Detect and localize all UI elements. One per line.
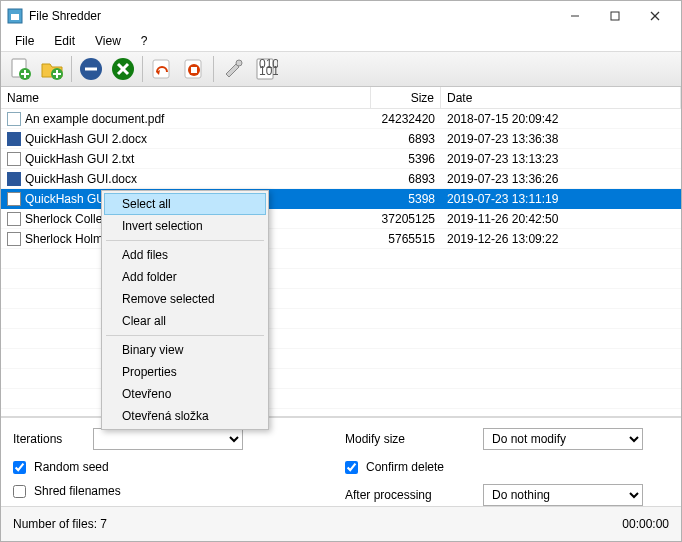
cell-date: 2019-07-23 13:13:23 xyxy=(441,152,681,166)
file-name: QuickHash GUI 2.docx xyxy=(25,132,147,146)
iterations-select[interactable] xyxy=(93,428,243,450)
menubar: File Edit View ? xyxy=(1,31,681,51)
menu-view[interactable]: View xyxy=(87,32,129,50)
cell-name: QuickHash GUI 2.txt xyxy=(1,152,371,166)
modify-size-row: Modify size Do not modify xyxy=(345,428,669,450)
cell-date: 2019-07-23 13:11:19 xyxy=(441,192,681,206)
file-icon xyxy=(7,212,21,226)
iterations-label: Iterations xyxy=(13,432,85,446)
svg-rect-1 xyxy=(11,14,19,20)
svg-rect-3 xyxy=(611,12,619,20)
cm-separator xyxy=(106,240,264,241)
cm-remove-selected[interactable]: Remove selected xyxy=(104,288,266,310)
status-time: 00:00:00 xyxy=(549,517,669,531)
file-icon xyxy=(7,112,21,126)
toolbar-separator xyxy=(142,56,143,82)
file-icon xyxy=(7,132,21,146)
file-list[interactable]: Name Size Date An example document.pdf24… xyxy=(1,87,681,417)
confirm-delete-label: Confirm delete xyxy=(366,460,444,474)
table-row[interactable]: QuickHash GUI.docx68932019-07-23 13:36:2… xyxy=(1,169,681,189)
cell-date: 2019-11-26 20:42:50 xyxy=(441,212,681,226)
cm-separator xyxy=(106,335,264,336)
menu-file[interactable]: File xyxy=(7,32,42,50)
toolbar-settings-button[interactable] xyxy=(218,54,248,84)
menu-help[interactable]: ? xyxy=(133,32,156,50)
cm-properties[interactable]: Properties xyxy=(104,361,266,383)
file-icon xyxy=(7,172,21,186)
toolbar-remove-button[interactable] xyxy=(76,54,106,84)
toolbar-add-folder-button[interactable] xyxy=(37,54,67,84)
cell-size: 6893 xyxy=(371,132,441,146)
toolbar: 010101 xyxy=(1,51,681,87)
after-processing-row: After processing Do nothing xyxy=(345,484,669,506)
panel-left: Iterations Random seed Shred filenames xyxy=(13,426,337,498)
cell-size: 37205125 xyxy=(371,212,441,226)
toolbar-clear-button[interactable] xyxy=(108,54,138,84)
window-title: File Shredder xyxy=(29,9,555,23)
maximize-button[interactable] xyxy=(595,2,635,30)
list-header: Name Size Date xyxy=(1,87,681,109)
after-processing-label: After processing xyxy=(345,488,475,502)
toolbar-binary-button[interactable]: 010101 xyxy=(250,54,280,84)
cell-size: 5765515 xyxy=(371,232,441,246)
options-panel: Iterations Random seed Shred filenames M… xyxy=(1,417,681,507)
file-icon xyxy=(7,232,21,246)
status-file-count: Number of files: 7 xyxy=(13,517,549,531)
iterations-row: Iterations xyxy=(13,428,337,450)
shred-filenames-checkbox[interactable] xyxy=(13,485,26,498)
toolbar-separator xyxy=(213,56,214,82)
cell-date: 2019-12-26 13:09:22 xyxy=(441,232,681,246)
table-row[interactable]: QuickHash GUI 2.docx68932019-07-23 13:36… xyxy=(1,129,681,149)
close-button[interactable] xyxy=(635,2,675,30)
panel-right: Modify size Do not modify Confirm delete… xyxy=(345,426,669,498)
shred-filenames-row: Shred filenames xyxy=(13,484,337,498)
cell-date: 2019-07-23 13:36:26 xyxy=(441,172,681,186)
toolbar-separator xyxy=(71,56,72,82)
file-icon xyxy=(7,192,21,206)
cell-size: 6893 xyxy=(371,172,441,186)
table-row[interactable]: QuickHash GUI 2.txt53962019-07-23 13:13:… xyxy=(1,149,681,169)
statusbar: Number of files: 7 00:00:00 xyxy=(1,507,681,541)
column-date[interactable]: Date xyxy=(441,87,681,108)
random-seed-label: Random seed xyxy=(34,460,109,474)
menu-edit[interactable]: Edit xyxy=(46,32,83,50)
cm-binary-view[interactable]: Binary view xyxy=(104,339,266,361)
svg-point-23 xyxy=(236,60,242,66)
modify-size-label: Modify size xyxy=(345,432,475,446)
toolbar-add-file-button[interactable] xyxy=(5,54,35,84)
cm-add-folder[interactable]: Add folder xyxy=(104,266,266,288)
minimize-button[interactable] xyxy=(555,2,595,30)
file-name: QuickHash GUI.docx xyxy=(25,172,137,186)
column-name[interactable]: Name xyxy=(1,87,371,108)
confirm-delete-checkbox[interactable] xyxy=(345,461,358,474)
svg-text:101: 101 xyxy=(259,64,278,78)
column-size[interactable]: Size xyxy=(371,87,441,108)
titlebar: File Shredder xyxy=(1,1,681,31)
context-menu: Select all Invert selection Add files Ad… xyxy=(101,190,269,430)
shred-filenames-label: Shred filenames xyxy=(34,484,121,498)
cm-invert-selection[interactable]: Invert selection xyxy=(104,215,266,237)
file-icon xyxy=(7,152,21,166)
cell-size: 5398 xyxy=(371,192,441,206)
file-name: An example document.pdf xyxy=(25,112,164,126)
toolbar-stop-button[interactable] xyxy=(179,54,209,84)
app-icon xyxy=(7,8,23,24)
cell-date: 2018-07-15 20:09:42 xyxy=(441,112,681,126)
cm-add-files[interactable]: Add files xyxy=(104,244,266,266)
cell-size: 5396 xyxy=(371,152,441,166)
table-row[interactable]: An example document.pdf242324202018-07-1… xyxy=(1,109,681,129)
after-processing-select[interactable]: Do nothing xyxy=(483,484,643,506)
cell-size: 24232420 xyxy=(371,112,441,126)
cm-otevrena-slozka[interactable]: Otevřená složka xyxy=(104,405,266,427)
app-window: File Shredder File Edit View ? xyxy=(0,0,682,542)
cm-otevreno[interactable]: Otevřeno xyxy=(104,383,266,405)
random-seed-row: Random seed xyxy=(13,460,337,474)
toolbar-shred-button[interactable] xyxy=(147,54,177,84)
cell-name: QuickHash GUI.docx xyxy=(1,172,371,186)
cell-date: 2019-07-23 13:36:38 xyxy=(441,132,681,146)
random-seed-checkbox[interactable] xyxy=(13,461,26,474)
modify-size-select[interactable]: Do not modify xyxy=(483,428,643,450)
file-name: QuickHash GUI 2.txt xyxy=(25,152,134,166)
cm-clear-all[interactable]: Clear all xyxy=(104,310,266,332)
cm-select-all[interactable]: Select all xyxy=(104,193,266,215)
